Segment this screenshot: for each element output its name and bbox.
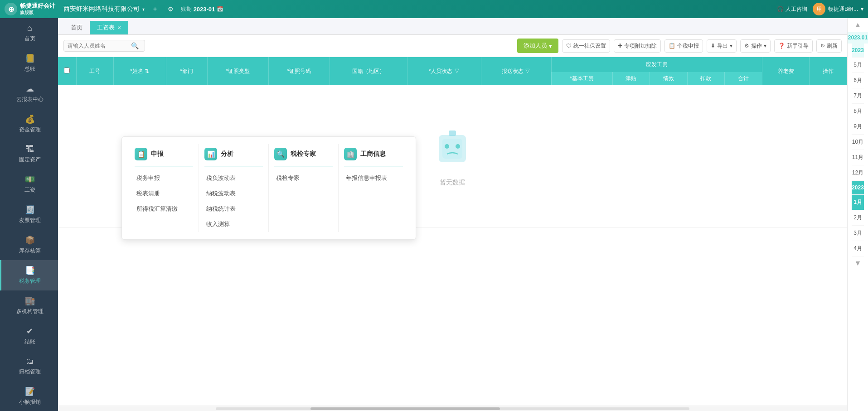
tax-filing-btn[interactable]: 📋 个税申报	[664, 39, 703, 53]
col-header-icon-2: 🔍	[274, 148, 287, 160]
sidebar-item-总账[interactable]: 📒 总账	[0, 48, 58, 78]
company-name: 西安虾米网络科技有限公司	[63, 5, 140, 13]
tax-icon: 📋	[669, 43, 675, 49]
sidebar-item-库存核算[interactable]: 📦 库存核算	[0, 230, 58, 260]
social-insurance-btn[interactable]: 🛡 统一社保设置	[562, 39, 610, 53]
scroll-up-btn[interactable]: ▲	[848, 18, 868, 32]
sidebar-item-云报表中心[interactable]: ☁ 云报表中心	[0, 78, 58, 109]
col-performance: 绩效	[650, 72, 688, 85]
col-name: *姓名 ⇅	[114, 57, 166, 85]
month-item-0-0[interactable]: 5月	[852, 58, 864, 73]
month-item-1-3[interactable]: 4月	[852, 241, 864, 256]
dropdown-item-1-2[interactable]: 纳税统计表	[204, 201, 263, 217]
tab-payroll[interactable]: 工资表 ×	[90, 21, 128, 34]
col-header-title-1: 分析	[221, 150, 233, 158]
sidebar-item-多机构管理[interactable]: 🏬 多机构管理	[0, 290, 58, 321]
horizontal-scrollbar[interactable]	[58, 406, 847, 411]
sidebar-label-9: 多机构管理	[16, 308, 44, 315]
special-deduction-btn[interactable]: ✚ 专项附加扣除	[614, 39, 661, 53]
dropdown-col-header-2: 🔍 税检专家	[274, 144, 333, 167]
sidebar-item-结账[interactable]: ✔ 结账	[0, 321, 58, 351]
dropdown-col-header-0: 📋 申报	[135, 144, 193, 167]
user-info[interactable]: 用 畅捷通B组... ▾	[813, 3, 863, 15]
sidebar-item-工资[interactable]: 💵 工资	[0, 169, 58, 199]
company-selector[interactable]: 西安虾米网络科技有限公司 ▾	[63, 5, 145, 13]
month-item-0-6[interactable]: 11月	[852, 150, 864, 165]
app-version: 旗舰版	[20, 10, 55, 16]
dropdown-item-1-0[interactable]: 税负波动表	[204, 170, 263, 186]
month-item-0-4[interactable]: 9月	[852, 119, 864, 135]
no-data-icon	[430, 126, 475, 171]
year-header-1: 2023	[852, 181, 864, 195]
select-all-header[interactable]	[58, 57, 76, 85]
current-period-label: 2023.01	[848, 32, 868, 44]
sidebar-label-4: 固定资产	[19, 156, 41, 164]
col-header-icon-3: 🏢	[344, 148, 357, 160]
guide-btn[interactable]: ❓ 新手引导	[774, 39, 813, 53]
search-icon[interactable]: 🔍	[131, 42, 139, 49]
dropdown-item-0-0[interactable]: 税务申报	[135, 170, 193, 186]
dropdown-item-1-3[interactable]: 收入测算	[204, 217, 263, 232]
sidebar-item-发票管理[interactable]: 🧾 发票管理	[0, 199, 58, 230]
month-item-1-2[interactable]: 3月	[852, 226, 864, 241]
tab-home[interactable]: 首页	[63, 21, 90, 34]
sidebar-item-固定资产[interactable]: 🏗 固定资产	[0, 139, 58, 169]
sidebar-label-5: 工资	[24, 186, 35, 194]
sidebar-item-首页[interactable]: ⌂ 首页	[0, 18, 58, 48]
no-data-text: 暂无数据	[440, 179, 465, 187]
dropdown-col-0: 📋 申报 税务申报税表清册所得税汇算清缴	[129, 144, 199, 232]
service-btn[interactable]: 🎧 人工咨询	[777, 5, 807, 13]
sidebar-label-3: 资金管理	[19, 126, 41, 134]
top-bar: ⊕ 畅捷通好会计 旗舰版 西安虾米网络科技有限公司 ▾ ＋ ⚙ 账期 2023-…	[0, 0, 868, 18]
sidebar-item-税务管理[interactable]: 📑 税务管理	[0, 260, 58, 290]
operate-btn[interactable]: ⚙ 操作 ▾	[740, 39, 771, 53]
month-item-1-1[interactable]: 2月	[852, 210, 864, 226]
month-item-1-0[interactable]: 1月	[852, 195, 864, 210]
period-calendar-icon[interactable]: 📅	[217, 6, 223, 12]
add-company-btn[interactable]: ＋	[149, 3, 161, 15]
month-item-0-5[interactable]: 10月	[852, 135, 864, 150]
sidebar-icon-5: 💵	[25, 174, 35, 184]
col-header-title-2: 税检专家	[291, 150, 316, 158]
add-dropdown-icon: ▾	[549, 43, 552, 49]
sidebar-label-0: 首页	[24, 35, 35, 43]
sidebar-icon-11: 🗂	[26, 357, 34, 366]
avatar-char: 用	[816, 5, 822, 13]
refresh-icon: ↻	[820, 43, 825, 49]
col-header-icon-1: 📊	[204, 148, 217, 160]
month-item-0-2[interactable]: 7月	[852, 88, 864, 104]
col-header-title-3: 工商信息	[360, 150, 386, 158]
dropdown-item-0-2[interactable]: 所得税汇算清缴	[135, 201, 193, 217]
month-item-0-1[interactable]: 6月	[852, 73, 864, 88]
settings-icon[interactable]: ⚙	[165, 3, 176, 15]
dropdown-item-2-0[interactable]: 税检专家	[274, 170, 333, 186]
select-all-checkbox[interactable]	[64, 68, 70, 73]
top-bar-right: 🎧 人工咨询 用 畅捷通B组... ▾	[777, 3, 863, 15]
search-input[interactable]	[68, 43, 131, 49]
sidebar-icon-12: 📝	[25, 387, 35, 396]
refresh-btn[interactable]: ↻ 刷新	[816, 39, 842, 53]
scroll-down-btn[interactable]: ▼	[848, 256, 868, 270]
svg-rect-4	[449, 131, 456, 136]
month-item-0-7[interactable]: 12月	[852, 165, 864, 181]
sidebar-item-资金管理[interactable]: 💰 资金管理	[0, 109, 58, 139]
add-person-btn[interactable]: 添加人员 ▾	[517, 39, 558, 53]
content-area: 首页 工资表 × 🔍 添加人员 ▾ 🛡 统一社保设置 ✚ 专项	[58, 18, 847, 411]
col-status: *人员状态 ▽	[407, 57, 481, 85]
scrollbar-track	[216, 407, 689, 410]
dropdown-item-0-1[interactable]: 税表清册	[135, 186, 193, 201]
sidebar-item-归档管理[interactable]: 🗂 归档管理	[0, 351, 58, 381]
table-container: 工号 *姓名 ⇅ *部门 *证照类型 *证照号码 国籍（地区） *人员状态 ▽ …	[58, 57, 847, 406]
dropdown-item-1-1[interactable]: 纳税波动表	[204, 186, 263, 201]
export-btn[interactable]: ⬇ 导出 ▾	[707, 39, 737, 53]
company-dropdown-icon[interactable]: ▾	[142, 7, 145, 12]
year-header-0: 2023	[852, 44, 864, 58]
special-icon: ✚	[618, 43, 622, 49]
sidebar-label-11: 归档管理	[19, 368, 41, 376]
period-value: 2023-01	[194, 6, 215, 13]
sidebar-item-小畅报销[interactable]: 📝 小畅报销	[0, 381, 58, 411]
tab-close-icon[interactable]: ×	[117, 24, 121, 31]
dropdown-item-3-0[interactable]: 年报信息申报表	[344, 170, 403, 186]
scrollbar-thumb[interactable]	[310, 407, 500, 410]
month-item-0-3[interactable]: 8月	[852, 104, 864, 119]
